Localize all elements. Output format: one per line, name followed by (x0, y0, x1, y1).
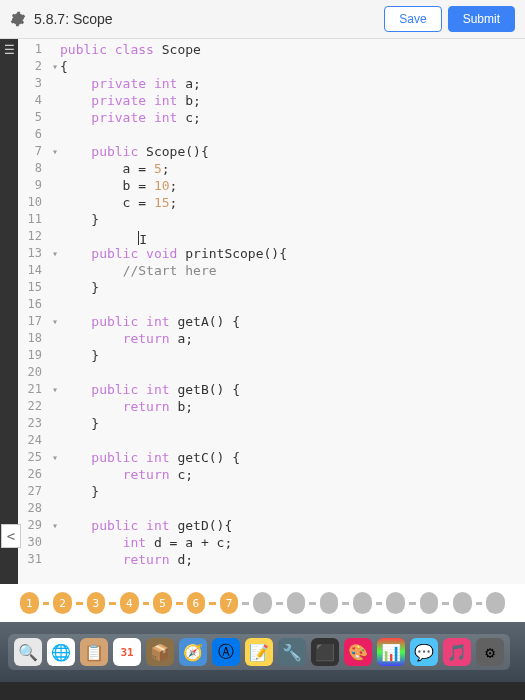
code-line[interactable]: 16 (18, 296, 525, 313)
code-line[interactable]: 8 a = 5; (18, 160, 525, 177)
progress-bar: 1234567 (0, 584, 525, 622)
code-text: private int c; (60, 109, 525, 126)
fold-toggle (50, 160, 60, 177)
dock-area: 🔍 🌐 📋 31 📦 🧭 Ⓐ 📝 🔧 ⬛ 🎨 📊 💬 🎵 ⚙ (0, 622, 525, 682)
progress-step[interactable]: 4 (120, 592, 139, 614)
code-editor[interactable]: < 1public class Scope2▾{3 private int a;… (18, 39, 525, 584)
code-text: public Scope(){ (60, 143, 525, 160)
fold-toggle[interactable]: ▾ (50, 449, 60, 466)
fold-toggle (50, 296, 60, 313)
code-text: return b; (60, 398, 525, 415)
code-line[interactable]: 11 } (18, 211, 525, 228)
progress-step[interactable]: 2 (53, 592, 72, 614)
fold-toggle[interactable]: ▾ (50, 313, 60, 330)
code-line[interactable]: 29▾ public int getD(){ (18, 517, 525, 534)
code-line[interactable]: 13▾ public void printScope(){ (18, 245, 525, 262)
line-number: 12 (18, 228, 50, 245)
code-line[interactable]: 1public class Scope (18, 41, 525, 58)
code-line[interactable]: 20 (18, 364, 525, 381)
line-number: 11 (18, 211, 50, 228)
progress-step[interactable]: 7 (220, 592, 239, 614)
code-line[interactable]: 19 } (18, 347, 525, 364)
line-number: 16 (18, 296, 50, 313)
progress-step[interactable] (287, 592, 306, 614)
fold-toggle[interactable]: ▾ (50, 245, 60, 262)
code-line[interactable]: 4 private int b; (18, 92, 525, 109)
fold-toggle (50, 279, 60, 296)
progress-step[interactable]: 6 (187, 592, 206, 614)
code-line[interactable]: 25▾ public int getC() { (18, 449, 525, 466)
fold-toggle[interactable]: ▾ (50, 58, 60, 75)
code-line[interactable]: 26 return c; (18, 466, 525, 483)
code-line[interactable]: 18 return a; (18, 330, 525, 347)
gear-icon (10, 11, 26, 27)
fold-toggle[interactable]: ▾ (50, 381, 60, 398)
dock-settings-icon[interactable]: ⚙ (476, 638, 504, 666)
dock-appstore-icon[interactable]: Ⓐ (212, 638, 240, 666)
save-button[interactable]: Save (384, 6, 441, 32)
fold-toggle (50, 109, 60, 126)
code-line[interactable]: 27 } (18, 483, 525, 500)
fold-toggle[interactable]: ▾ (50, 143, 60, 160)
code-line[interactable]: 12 I (18, 228, 525, 245)
dock-app4-icon[interactable]: 🎨 (344, 638, 372, 666)
progress-step[interactable]: 5 (153, 592, 172, 614)
dock-finder-icon[interactable]: 🔍 (14, 638, 42, 666)
dock-app2-icon[interactable]: 📦 (146, 638, 174, 666)
dock-terminal-icon[interactable]: ⬛ (311, 638, 339, 666)
code-text (60, 296, 525, 313)
code-line[interactable]: 21▾ public int getB() { (18, 381, 525, 398)
dock-chrome-icon[interactable]: 🌐 (47, 638, 75, 666)
submit-button[interactable]: Submit (448, 6, 515, 32)
progress-step[interactable] (420, 592, 439, 614)
progress-step[interactable]: 1 (20, 592, 39, 614)
hamburger-icon[interactable]: ☰ (4, 43, 15, 57)
dock-calendar-icon[interactable]: 31 (113, 638, 141, 666)
code-text: public void printScope(){ (60, 245, 525, 262)
code-text: return d; (60, 551, 525, 568)
dock-app5-icon[interactable]: 📊 (377, 638, 405, 666)
fold-toggle (50, 194, 60, 211)
fold-toggle (50, 364, 60, 381)
code-line[interactable]: 10 c = 15; (18, 194, 525, 211)
back-button[interactable]: < (1, 524, 21, 548)
code-line[interactable]: 22 return b; (18, 398, 525, 415)
editor-wrap: ☰ < 1public class Scope2▾{3 private int … (0, 39, 525, 584)
line-number: 28 (18, 500, 50, 517)
header-buttons: Save Submit (384, 6, 515, 32)
dock-safari-icon[interactable]: 🧭 (179, 638, 207, 666)
dock-app6-icon[interactable]: 💬 (410, 638, 438, 666)
code-line[interactable]: 28 (18, 500, 525, 517)
dock-app-icon[interactable]: 📋 (80, 638, 108, 666)
progress-step[interactable] (253, 592, 272, 614)
code-line[interactable]: 2▾{ (18, 58, 525, 75)
code-line[interactable]: 3 private int a; (18, 75, 525, 92)
code-text: public int getD(){ (60, 517, 525, 534)
code-line[interactable]: 24 (18, 432, 525, 449)
dock-notes-icon[interactable]: 📝 (245, 638, 273, 666)
code-line[interactable]: 17▾ public int getA() { (18, 313, 525, 330)
progress-step[interactable] (453, 592, 472, 614)
dock-music-icon[interactable]: 🎵 (443, 638, 471, 666)
dock-app3-icon[interactable]: 🔧 (278, 638, 306, 666)
code-line[interactable]: 23 } (18, 415, 525, 432)
fold-toggle (50, 126, 60, 143)
line-number: 19 (18, 347, 50, 364)
code-line[interactable]: 6 (18, 126, 525, 143)
code-text: private int b; (60, 92, 525, 109)
code-line[interactable]: 15 } (18, 279, 525, 296)
code-line[interactable]: 14 //Start here (18, 262, 525, 279)
code-line[interactable]: 7▾ public Scope(){ (18, 143, 525, 160)
progress-step[interactable] (386, 592, 405, 614)
line-number: 20 (18, 364, 50, 381)
fold-toggle[interactable]: ▾ (50, 517, 60, 534)
code-text: return a; (60, 330, 525, 347)
progress-step[interactable]: 3 (87, 592, 106, 614)
code-line[interactable]: 31 return d; (18, 551, 525, 568)
code-line[interactable]: 5 private int c; (18, 109, 525, 126)
code-line[interactable]: 30 int d = a + c; (18, 534, 525, 551)
progress-step[interactable] (486, 592, 505, 614)
code-line[interactable]: 9 b = 10; (18, 177, 525, 194)
progress-step[interactable] (320, 592, 339, 614)
progress-step[interactable] (353, 592, 372, 614)
